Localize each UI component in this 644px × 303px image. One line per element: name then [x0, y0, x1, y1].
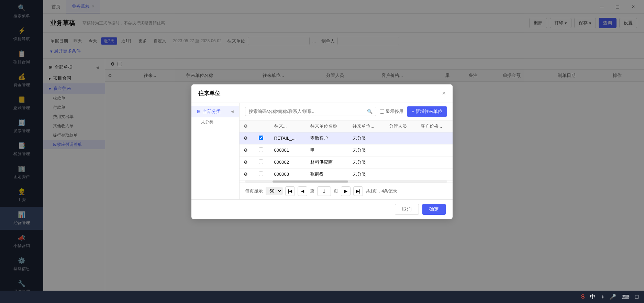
- next-page-button[interactable]: ▶: [341, 186, 351, 196]
- row-settings: ⚙: [240, 144, 255, 156]
- row-price: [417, 156, 453, 168]
- modal-close-button[interactable]: ×: [442, 90, 446, 97]
- per-page-select[interactable]: 50: [266, 187, 282, 195]
- row-category: 未分类: [348, 156, 385, 168]
- row-manager: [385, 144, 417, 156]
- modal-sidebar-uncategorized[interactable]: 未分类: [191, 117, 239, 127]
- partner-modal: 往来单位 × ⊞ 全部分类 ◀ 未分类 🔍: [191, 84, 453, 219]
- modal-toolbar: 🔍 显示停用 + 新增往来单位: [240, 103, 453, 120]
- modal-scrollbar-thumb[interactable]: [273, 180, 348, 183]
- row-name: 甲: [306, 144, 349, 156]
- show-disabled-checkbox[interactable]: [380, 109, 384, 114]
- confirm-button[interactable]: 确定: [422, 204, 446, 215]
- row-category: 未分类: [348, 132, 385, 144]
- row-code: 000003: [270, 168, 306, 180]
- bottom-bar: S 中 ♪ 🎤 ⌨ □: [0, 291, 644, 303]
- total-label: 共1页，4条记录: [366, 188, 397, 194]
- cancel-button[interactable]: 取消: [395, 204, 419, 215]
- modal-table: ⚙ 往来... 往来单位名称 往来单位... 分管人员 客户价格...: [240, 120, 453, 180]
- search-box: 🔍: [245, 107, 376, 116]
- row-code: 000001: [270, 144, 306, 156]
- modal-body: ⊞ 全部分类 ◀ 未分类 🔍 显示停用: [191, 103, 453, 199]
- modal-th-price: 客户价格...: [417, 120, 453, 132]
- row-name: 零散客户: [306, 132, 349, 144]
- modal-table-head: ⚙ 往来... 往来单位名称 往来单位... 分管人员 客户价格...: [240, 120, 453, 132]
- mic-icon[interactable]: 🎤: [608, 292, 618, 302]
- row-check-4[interactable]: [259, 172, 263, 176]
- row-settings: ⚙: [240, 132, 255, 144]
- row-price: [417, 168, 453, 180]
- grid-icon-modal: ⊞: [197, 109, 201, 114]
- partner-search-input[interactable]: [249, 109, 365, 114]
- row-check-2[interactable]: [259, 148, 263, 152]
- row-category: 未分类: [348, 144, 385, 156]
- per-page-label: 每页显示: [245, 188, 263, 194]
- modal-overlay: 往来单位 × ⊞ 全部分类 ◀ 未分类 🔍: [0, 0, 644, 303]
- modal-th-check: [255, 120, 270, 132]
- row-manager: [385, 168, 417, 180]
- modal-footer: 取消 确定: [191, 199, 453, 219]
- modal-pagination: 每页显示 50 |◀ ◀ 第 页 ▶ ▶| 共1页，4条记录: [240, 183, 453, 199]
- window-icon[interactable]: □: [634, 292, 640, 301]
- row-check-1[interactable]: [259, 136, 263, 140]
- row-manager: [385, 132, 417, 144]
- lang-icon[interactable]: 中: [589, 292, 597, 302]
- modal-th-manager: 分管人员: [385, 120, 417, 132]
- modal-scrollbar[interactable]: [245, 180, 447, 183]
- row-code: RETAIL_...: [270, 132, 306, 144]
- table-row[interactable]: ⚙ RETAIL_... 零散客户 未分类: [240, 132, 453, 144]
- modal-table-wrapper: ⚙ 往来... 往来单位名称 往来单位... 分管人员 客户价格...: [240, 120, 453, 180]
- search-icon: 🔍: [367, 109, 373, 114]
- modal-sidebar: ⊞ 全部分类 ◀ 未分类: [191, 103, 240, 199]
- page-number-input[interactable]: [317, 186, 331, 196]
- modal-content: 🔍 显示停用 + 新增往来单位 ⚙: [240, 103, 453, 199]
- brand-logo: S: [581, 294, 585, 300]
- row-checkbox: [255, 156, 270, 168]
- row-name: 材料供应商: [306, 156, 349, 168]
- first-page-button[interactable]: |◀: [285, 186, 295, 196]
- modal-th-category: 往来单位...: [348, 120, 385, 132]
- row-checkbox: [255, 144, 270, 156]
- page-label-ye: 页: [334, 188, 338, 194]
- row-name: 张嗣得: [306, 168, 349, 180]
- row-checkbox: [255, 132, 270, 144]
- table-row[interactable]: ⚙ 000002 材料供应商 未分类: [240, 156, 453, 168]
- row-code: 000002: [270, 156, 306, 168]
- modal-th-settings: ⚙: [240, 120, 255, 132]
- show-disabled-toggle[interactable]: 显示停用: [380, 108, 403, 115]
- row-category: 未分类: [348, 168, 385, 180]
- modal-header: 往来单位 ×: [191, 84, 453, 103]
- row-check-3[interactable]: [259, 160, 263, 164]
- table-row[interactable]: ⚙ 000001 甲 未分类: [240, 144, 453, 156]
- row-manager: [385, 156, 417, 168]
- keyboard-icon[interactable]: ⌨: [620, 292, 631, 302]
- prev-page-button[interactable]: ◀: [298, 186, 307, 196]
- row-settings: ⚙: [240, 156, 255, 168]
- modal-sidebar-collapse[interactable]: ◀: [231, 109, 234, 113]
- last-page-button[interactable]: ▶|: [353, 186, 363, 196]
- modal-th-code: 往来...: [270, 120, 306, 132]
- row-settings: ⚙: [240, 168, 255, 180]
- row-checkbox: [255, 168, 270, 180]
- add-partner-button[interactable]: + 新增往来单位: [407, 106, 447, 117]
- modal-title: 往来单位: [198, 90, 220, 97]
- row-price: [417, 132, 453, 144]
- page-label-di: 第: [310, 188, 314, 194]
- table-row[interactable]: ⚙ 000003 张嗣得 未分类: [240, 168, 453, 180]
- modal-sidebar-all[interactable]: ⊞ 全部分类 ◀: [191, 106, 239, 117]
- modal-th-name: 往来单位名称: [306, 120, 349, 132]
- row-price: [417, 144, 453, 156]
- music-icon[interactable]: ♪: [600, 292, 605, 301]
- modal-table-body: ⚙ RETAIL_... 零散客户 未分类 ⚙: [240, 132, 453, 180]
